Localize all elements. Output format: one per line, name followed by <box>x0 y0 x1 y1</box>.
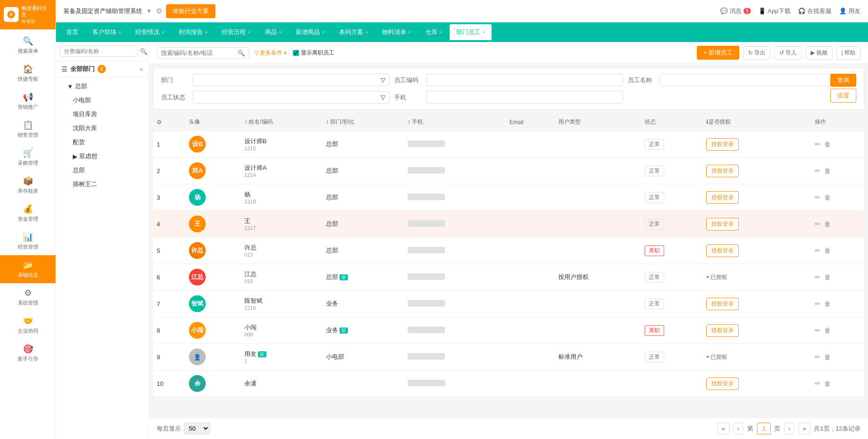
next-page-btn[interactable]: › <box>784 423 794 434</box>
delete-btn[interactable]: 🗑 <box>824 220 831 228</box>
settings-icon[interactable]: ⚙ <box>156 7 162 15</box>
close-addgoods-icon[interactable]: × <box>322 29 325 35</box>
dept-node-small-elec[interactable]: 小电部 <box>56 93 149 107</box>
prev-page-btn[interactable]: ‹ <box>733 423 743 434</box>
dept-node-delivery[interactable]: 配货 <box>56 135 149 149</box>
auth-btn[interactable]: 授权登录 <box>706 165 739 177</box>
emp-code-field[interactable] <box>430 77 618 84</box>
last-page-btn[interactable]: » <box>799 423 810 434</box>
delete-btn[interactable]: 🗑 <box>824 273 831 281</box>
delete-btn[interactable]: 🗑 <box>824 247 831 254</box>
dept-search-icon[interactable]: 🔍 <box>140 48 147 55</box>
auth-btn[interactable]: 授权登录 <box>706 191 739 204</box>
filter-more-btn[interactable]: ▽ 更多条件 ∧ <box>255 49 287 57</box>
close-customer-icon[interactable]: × <box>118 29 121 35</box>
close-history-icon[interactable]: × <box>248 29 250 35</box>
close-dept-icon[interactable]: × <box>482 29 485 35</box>
auth-btn[interactable]: 授权登录 <box>706 377 739 390</box>
delete-btn[interactable]: 🗑 <box>824 380 831 387</box>
sidebar-item-search[interactable]: 🔍 搜索菜单 <box>0 31 56 59</box>
delete-btn[interactable]: 🗑 <box>824 353 831 361</box>
filter-search-input[interactable] <box>161 49 236 56</box>
sidebar-item-purchase[interactable]: 🛒 采购管理 <box>0 143 56 171</box>
show-resigned-checkbox[interactable] <box>293 50 299 56</box>
col-dept[interactable]: ↕ 部门/职位 <box>322 113 404 131</box>
auth-btn[interactable]: 授权登录 <box>706 244 739 257</box>
tab-history[interactable]: 经营历程 × <box>215 24 257 40</box>
edit-btn[interactable]: ✏ <box>815 220 820 228</box>
close-opstat-icon[interactable]: × <box>161 29 164 35</box>
edit-btn[interactable]: ✏ <box>815 167 820 174</box>
delete-btn[interactable]: 🗑 <box>824 167 831 174</box>
phone-input[interactable] <box>426 91 623 104</box>
edit-btn[interactable]: ✏ <box>815 140 820 148</box>
dept-node-shuanglv[interactable]: ▶ 双虑想 <box>56 149 149 163</box>
emp-name-input[interactable] <box>660 74 856 86</box>
edit-btn[interactable]: ✏ <box>815 300 820 307</box>
edit-btn[interactable]: ✏ <box>815 273 820 281</box>
message-item[interactable]: 💬 消息 5 <box>720 7 751 15</box>
sidebar-item-collab[interactable]: 🤝 企业协同 <box>0 311 56 339</box>
col-settings[interactable]: ⚙ <box>153 113 185 131</box>
online-service-item[interactable]: 🎧 在线客服 <box>798 7 832 15</box>
auth-btn[interactable]: 授权登录 <box>706 298 739 310</box>
tab-home[interactable]: 首页 <box>60 24 85 40</box>
dept-node-root[interactable]: ▼ 总部 <box>56 79 149 93</box>
tab-customer[interactable]: 客户联络 × <box>86 24 128 40</box>
tab-bom[interactable]: 物料清单 × <box>375 24 417 40</box>
tab-add-goods[interactable]: 新增商品 × <box>289 24 331 40</box>
tab-barcode[interactable]: 条码方案 × <box>333 24 375 40</box>
auth-btn[interactable]: 授权登录 <box>706 324 739 337</box>
close-goods-icon[interactable]: × <box>279 29 282 35</box>
first-page-btn[interactable]: « <box>717 423 729 434</box>
delete-btn[interactable]: 🗑 <box>824 140 831 148</box>
per-page-select[interactable]: 50 100 200 <box>184 423 210 434</box>
phone-field[interactable] <box>430 94 618 101</box>
col-phone[interactable]: ↕ 手机 <box>404 113 506 131</box>
help-btn[interactable]: | 帮助 <box>836 46 861 60</box>
experience-btn[interactable]: 体验行业方案 <box>166 4 215 18</box>
tab-warehouse[interactable]: 仓库 × <box>419 24 449 40</box>
filter-search-icon[interactable]: 🔍 <box>237 49 245 56</box>
close-profit-icon[interactable]: × <box>205 29 208 35</box>
dept-search-input[interactable] <box>60 46 138 57</box>
sidebar-item-system[interactable]: ⚙ 系统管理 <box>0 283 56 311</box>
sidebar-item-sales[interactable]: 📋 销售管理 <box>0 115 56 143</box>
query-btn[interactable]: 查询 <box>830 74 856 87</box>
sidebar-item-marketing[interactable]: 📢 营销推广 <box>0 87 56 115</box>
delete-btn[interactable]: 🗑 <box>824 327 831 334</box>
edit-btn[interactable]: ✏ <box>815 327 820 334</box>
tab-goods[interactable]: 商品 × <box>258 24 288 40</box>
sidebar-item-basic[interactable]: 📂 基础信息 <box>0 255 56 283</box>
title-dropdown[interactable]: ▼ <box>146 7 152 14</box>
dept-node-project[interactable]: 项目库房 <box>56 107 149 121</box>
view-btn[interactable]: ▶ 视频 <box>806 46 833 60</box>
emp-name-field[interactable] <box>664 77 852 84</box>
dept-node-hq[interactable]: 总部 <box>56 163 149 177</box>
close-warehouse-icon[interactable]: × <box>439 29 442 35</box>
edit-btn[interactable]: ✏ <box>815 194 820 201</box>
sidebar-item-nav[interactable]: 🏠 快捷导航 <box>0 59 56 87</box>
app-download-item[interactable]: 📱 App下载 <box>758 7 791 15</box>
tab-operation-status[interactable]: 经营情况 × <box>129 24 171 40</box>
dept-node-insert[interactable]: 插树王二 <box>56 177 149 191</box>
sidebar-item-inventory[interactable]: 📦 库存核算 <box>0 171 56 199</box>
close-barcode-icon[interactable]: × <box>365 29 368 35</box>
edit-btn[interactable]: ✏ <box>815 353 820 361</box>
auth-btn[interactable]: 授权登录 <box>706 218 739 230</box>
edit-btn[interactable]: ✏ <box>815 247 820 254</box>
close-bom-icon[interactable]: × <box>408 29 411 35</box>
dept-node-shenyang[interactable]: 沈阳大库 <box>56 121 149 135</box>
tab-profit[interactable]: 利润报告 × <box>172 24 214 40</box>
reset-btn[interactable]: 设置 <box>830 89 856 103</box>
auth-btn[interactable]: 授权登录 <box>706 138 739 151</box>
col-name[interactable]: ↕ 姓名/编码 <box>241 113 322 131</box>
import-btn[interactable]: ↺ 导入 <box>774 46 802 60</box>
sidebar-item-finance[interactable]: 💰 资金管理 <box>0 199 56 227</box>
dept-filter-input[interactable]: ▽ <box>193 74 389 86</box>
emp-code-input[interactable] <box>426 74 623 86</box>
sidebar-item-operation[interactable]: 📊 经营管理 <box>0 227 56 255</box>
tab-department[interactable]: 部门员工 × <box>450 24 492 40</box>
sidebar-item-guide[interactable]: 🎯 新手引导 <box>0 339 56 367</box>
delete-btn[interactable]: 🗑 <box>824 194 831 201</box>
